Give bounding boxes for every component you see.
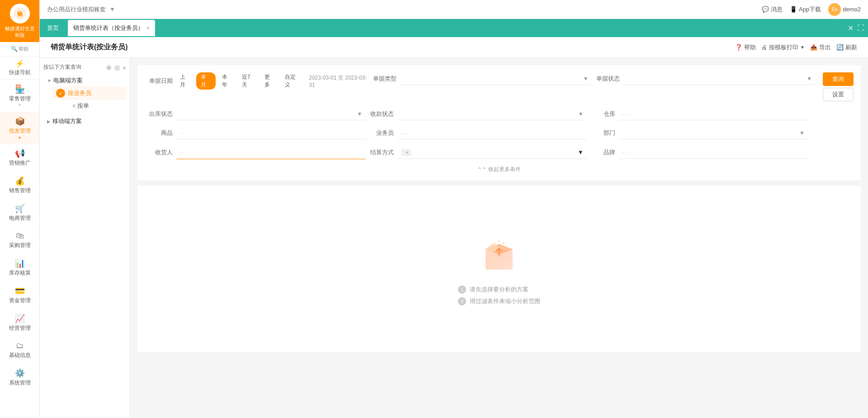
export-btn[interactable]: 📤 导出 (810, 43, 831, 52)
sidebar-item-label-purchase: 采购管理 (9, 242, 31, 249)
sidebar-item-operations[interactable]: 📈 经营管理 (0, 309, 39, 337)
sidebar-logo[interactable]: 畅 畅捷通好生意 标版 (0, 0, 39, 42)
out-status-select[interactable]: ▼ (176, 108, 366, 120)
warehouse-label: 仓库 (587, 110, 619, 118)
out-status-group: 出库状态 ▼ (145, 108, 366, 120)
sidebar-item-retail[interactable]: 🏪 零售管理 ▼ (0, 80, 39, 112)
help-icon: ❓ (735, 44, 742, 51)
query-button[interactable]: 查询 (823, 72, 854, 86)
sidebar-item-basic[interactable]: 🗂 基础信息 (0, 337, 39, 364)
tab-home[interactable]: 首页 (40, 19, 66, 37)
sidebar-item-finance[interactable]: 💳 资金管理 (0, 281, 39, 309)
consignee-group: 收货人 ··· (145, 146, 366, 159)
out-status-caret-icon: ▼ (357, 111, 362, 117)
header-right: 💬 消息 📱 App下载 Ea demo2 (762, 3, 861, 16)
date-btn-more[interactable]: 更多 (261, 72, 278, 90)
brand-group: 品牌 ··· (587, 146, 808, 159)
left-panel-title: 按以下方案查询 (43, 63, 81, 71)
tree-mobile[interactable]: ▶ 移动端方案 (43, 115, 126, 127)
left-panel-header: 按以下方案查询 ⊕ ◎ « (43, 63, 126, 71)
tree-grandchild-order[interactable]: ≡ 按单 (69, 100, 126, 112)
step1-number: 1 (458, 285, 466, 294)
brand-label: 品牌 (587, 148, 619, 157)
brand-select[interactable]: ··· (619, 146, 808, 159)
filter-area: 单据日期 上月 本月 本年 近7天 更多 自定义 2023-03-01 至 20… (137, 65, 861, 180)
sidebar-item-marketing[interactable]: 📢 营销推广 (0, 144, 39, 171)
retail-icon: 🏪 (15, 84, 25, 94)
sidebar-item-wholesale[interactable]: 📦 批发管理 ▲ (0, 112, 39, 144)
sidebar-item-label-sales: 销售管理 (9, 187, 31, 195)
sidebar-item-label-inventory: 库存核算 (9, 269, 31, 277)
collect-status-select[interactable]: ▼ (397, 108, 587, 120)
doc-type-caret-icon: ▼ (583, 76, 588, 82)
svg-text:畅: 畅 (17, 11, 23, 17)
export-label: 导出 (819, 43, 831, 52)
department-select[interactable]: ▼ (619, 127, 808, 139)
goods-select[interactable]: ··· (176, 127, 366, 139)
user-name: demo2 (843, 6, 861, 13)
collect-status-caret-icon: ▼ (578, 111, 584, 117)
phone-icon: 📱 (790, 6, 797, 13)
out-status-label: 出库状态 (145, 110, 176, 118)
collapse-panel-btn[interactable]: « (123, 64, 126, 71)
date-btn-7days[interactable]: 近7天 (238, 72, 259, 90)
badge-check-icon: ✓ (59, 90, 63, 96)
tab-actions: ✕ ⛶ (848, 24, 868, 33)
user-area[interactable]: Ea demo2 (828, 3, 861, 16)
tab-active[interactable]: 销货单统计表（按业务员） × (68, 20, 155, 36)
date-btn-last-month[interactable]: 上月 (176, 72, 193, 90)
sidebar-item-purchase[interactable]: 🛍 采购管理 (0, 227, 39, 254)
logo-icon: 畅 (10, 4, 30, 24)
tab-maximize-btn[interactable]: ⛶ (857, 24, 864, 32)
sidebar-search[interactable]: 🔍 帮助 (0, 42, 39, 57)
tree-desktop[interactable]: ▼ 电脑端方案 (43, 75, 126, 86)
collapse-btn[interactable]: ⌃⌃ 收起更多条件 (477, 166, 521, 173)
settlement-tag-remove-btn[interactable]: × (406, 150, 408, 155)
sidebar-item-system[interactable]: ⚙️ 系统管理 (0, 364, 39, 391)
nav-icon: ⚡ (15, 59, 24, 68)
tab-active-label: 销货单统计表（按业务员） (73, 24, 144, 32)
search-icon: 🔍 (11, 46, 18, 52)
page-title: 销货单统计表(按业务员) (51, 43, 128, 57)
step2-number: 2 (458, 297, 466, 305)
date-btn-custom[interactable]: 自定义 (281, 72, 303, 90)
page-actions: ❓ 帮助 🖨 按模板打印 ▼ 📤 导出 🔄 刷新 (735, 43, 857, 57)
left-panel-icons: ⊕ ◎ « (106, 64, 126, 71)
tree-child-salesperson[interactable]: ✓ 按业务员 (52, 86, 126, 100)
department-caret-icon: ▼ (799, 130, 805, 136)
add-scheme-btn[interactable]: ⊕ (106, 64, 112, 71)
settlement-caret-icon: ▼ (578, 149, 584, 156)
consignee-input[interactable]: ··· (176, 146, 366, 159)
empty-step-1: 1 请先选择要分析的方案 (458, 284, 540, 295)
edit-scheme-btn[interactable]: ◎ (114, 64, 120, 71)
print-btn[interactable]: 🖨 按模板打印 ▼ (761, 43, 805, 52)
message-btn[interactable]: 💬 消息 (762, 5, 783, 14)
tab-bar: 首页 销货单统计表（按业务员） × ✕ ⛶ (40, 19, 868, 37)
sidebar-item-inventory[interactable]: 📊 库存核算 (0, 254, 39, 281)
tab-close-window-btn[interactable]: ✕ (848, 24, 854, 33)
content: 销货单统计表(按业务员) ❓ 帮助 🖨 按模板打印 ▼ 📤 导出 🔄 刷新 (40, 37, 868, 418)
collapse-up-icon: ⌃⌃ (477, 166, 486, 173)
app-download-btn[interactable]: 📱 App下载 (790, 5, 821, 14)
purchase-icon: 🛍 (16, 231, 24, 241)
date-btn-current-year[interactable]: 本年 (218, 72, 236, 90)
user-avatar: Ea (828, 3, 841, 16)
date-filter: 上月 本月 本年 近7天 更多 自定义 2023-03-01 至 2023-03… (176, 72, 368, 90)
date-btn-current-month[interactable]: 本月 (196, 72, 215, 90)
page-header: 销货单统计表(按业务员) ❓ 帮助 🖨 按模板打印 ▼ 📤 导出 🔄 刷新 (40, 37, 868, 58)
results-area: 1 请先选择要分析的方案 2 用过滤条件来缩小分析范围 (137, 186, 861, 352)
settings-button[interactable]: 设置 (823, 88, 854, 101)
dropdown-icon[interactable]: ▼ (109, 6, 115, 13)
quick-nav[interactable]: ⚡ 快捷导航 (0, 57, 39, 80)
print-caret-icon: ▼ (800, 45, 805, 50)
sidebar-item-ecommerce[interactable]: 🛒 电商管理 (0, 199, 39, 227)
warehouse-select[interactable]: ··· (619, 108, 808, 120)
help-btn[interactable]: ❓ 帮助 (735, 43, 756, 52)
doc-status-select[interactable]: ▼ (623, 72, 816, 85)
sidebar-item-sales[interactable]: 💰 销售管理 (0, 171, 39, 199)
salesperson-select[interactable]: ··· (397, 127, 587, 139)
doc-type-select[interactable]: ▼ (400, 72, 592, 85)
tab-close-btn[interactable]: × (146, 25, 150, 31)
settlement-select[interactable]: × ▼ (397, 146, 587, 159)
refresh-btn[interactable]: 🔄 刷新 (836, 43, 857, 52)
